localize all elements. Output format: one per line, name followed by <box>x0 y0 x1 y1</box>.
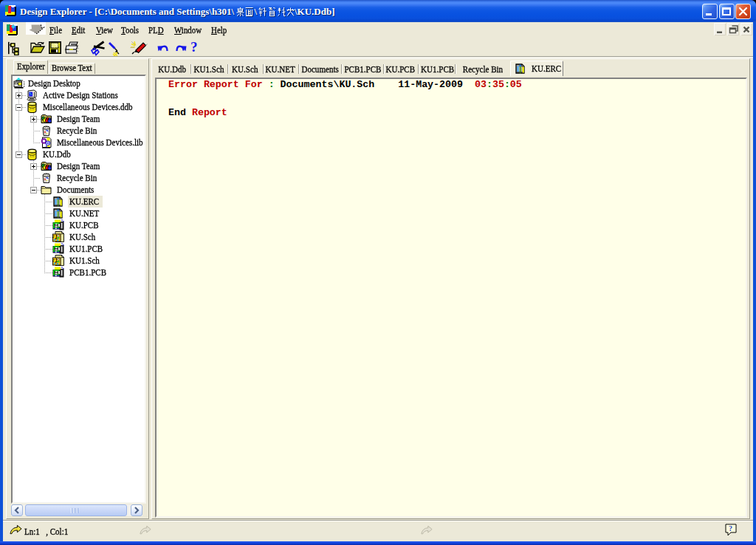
svg-text:?: ? <box>729 524 732 532</box>
